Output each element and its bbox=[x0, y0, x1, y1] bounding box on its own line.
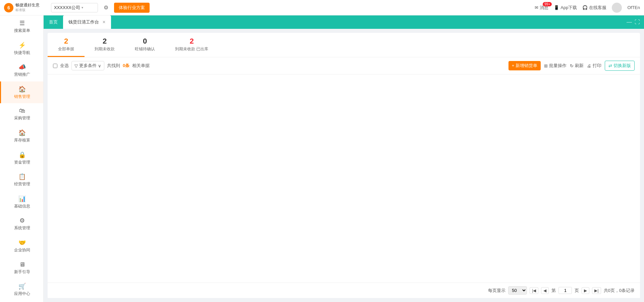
sidebar-item-quick-nav[interactable]: ⚡ 快捷导航 bbox=[0, 38, 43, 60]
per-page-select[interactable]: 50 10 20 100 bbox=[508, 286, 527, 295]
select-all-checkbox[interactable] bbox=[53, 64, 57, 68]
stat-num-all: 2 bbox=[64, 37, 68, 46]
avatar[interactable] bbox=[612, 3, 622, 13]
first-page-button[interactable]: |◀ bbox=[530, 287, 538, 294]
tab-home[interactable]: 首页 bbox=[44, 15, 63, 29]
refresh-button[interactable]: ↻ 刷新 bbox=[570, 63, 584, 69]
stats-tabs: 2 全部单据 2 到期未收款 0 旺铺待确认 2 到期未收款 已出库 bbox=[48, 33, 640, 57]
stat-tab-all[interactable]: 2 全部单据 bbox=[48, 33, 85, 57]
apps-icon: 🛒 bbox=[18, 283, 26, 290]
sidebar-item-apps[interactable]: 🛒 应用中心 bbox=[0, 279, 43, 301]
sidebar-label-basic-info: 基础信息 bbox=[14, 204, 30, 209]
minimize-icon[interactable]: — bbox=[627, 19, 632, 25]
service-icon: 🎧 bbox=[582, 5, 588, 10]
sidebar-label-inventory: 库存核算 bbox=[14, 138, 30, 143]
stat-tab-overdue[interactable]: 2 到期未收款 bbox=[85, 33, 125, 57]
select-all-label: 全选 bbox=[60, 63, 69, 69]
page-number-input[interactable] bbox=[558, 287, 572, 294]
sidebar-label-search: 搜索菜单 bbox=[14, 28, 30, 34]
content-area: 首页 钱货日清工作台 ✕ — ⛶ 2 全部单据 2 到期 bbox=[44, 15, 644, 302]
toolbar-left: 全选 ▽ 更多条件 ∨ 共找到 0条 相关单据 bbox=[53, 61, 506, 70]
page-content: 2 全部单据 2 到期未收款 0 旺铺待确认 2 到期未收款 已出库 bbox=[44, 29, 644, 302]
prev-page-button[interactable]: ◀ bbox=[541, 287, 549, 294]
chevron-down-icon: ▾ bbox=[82, 6, 83, 9]
sidebar-item-inventory[interactable]: 🏠 库存核算 bbox=[0, 125, 43, 147]
stat-tab-pending[interactable]: 0 旺铺待确认 bbox=[125, 33, 165, 57]
company-selector[interactable]: XXXXXX公司 ▾ bbox=[51, 3, 98, 12]
online-service-button[interactable]: 🎧 在线客服 bbox=[582, 5, 606, 11]
try-industry-button[interactable]: 体验行业方案 bbox=[114, 3, 150, 13]
last-page-button[interactable]: ▶| bbox=[592, 287, 601, 294]
sidebar-item-marketing[interactable]: 📣 营销推广 bbox=[0, 59, 43, 81]
header-left: 6 畅捷通好生意 标准版 XXXXXX公司 ▾ ⚙ 体验行业方案 bbox=[4, 3, 150, 13]
sidebar-item-finance[interactable]: 🔒 资金管理 bbox=[0, 147, 43, 169]
maximize-icon[interactable]: ⛶ bbox=[635, 19, 640, 25]
online-service-label: 在线客服 bbox=[589, 5, 606, 11]
add-sale-order-button[interactable]: + 新增销货单 bbox=[508, 61, 541, 70]
logo-text-area: 畅捷通好生意 标准版 bbox=[15, 3, 40, 13]
switch-version-button[interactable]: ⇄ 切换新版 bbox=[605, 61, 635, 71]
tab-bar: 首页 钱货日清工作台 ✕ — ⛶ bbox=[44, 15, 644, 29]
purchase-icon: 🛍 bbox=[19, 107, 25, 114]
batch-icon: ⊞ bbox=[544, 63, 548, 68]
sidebar-label-purchase: 采购管理 bbox=[14, 116, 30, 121]
sidebar-label-apps: 应用中心 bbox=[14, 291, 30, 297]
filter-icon: ▽ bbox=[74, 63, 78, 68]
more-filter-button[interactable]: ▽ 更多条件 ∨ bbox=[71, 61, 104, 70]
switch-label: 切换新版 bbox=[613, 63, 631, 69]
sidebar-item-cooperation[interactable]: 🤝 企业协同 bbox=[0, 235, 43, 257]
print-label: 打印 bbox=[593, 63, 601, 69]
sidebar-item-basic-info[interactable]: 📊 基础信息 bbox=[0, 191, 43, 213]
search-menu-icon: ☰ bbox=[19, 19, 25, 27]
logo-icon: 6 bbox=[4, 3, 13, 12]
operation-icon: 📋 bbox=[18, 173, 26, 180]
page-suffix: 页 bbox=[575, 288, 579, 294]
tab-work-station[interactable]: 钱货日清工作台 ✕ bbox=[63, 15, 111, 29]
cooperation-icon: 🤝 bbox=[18, 239, 26, 246]
main-layout: ☰ 搜索菜单 ⚡ 快捷导航 📣 营销推广 🏠 销售管理 🛍 采购管理 🏠 库存核… bbox=[0, 15, 644, 302]
message-button[interactable]: ✉ 消息 99+ bbox=[535, 5, 548, 11]
message-badge: 99+ bbox=[543, 2, 552, 6]
sidebar-label-system: 系统管理 bbox=[14, 226, 30, 231]
sidebar-item-operation[interactable]: 📋 经营管理 bbox=[0, 169, 43, 191]
logo-text: 畅捷通好生意 bbox=[15, 3, 40, 8]
stat-num-overdue: 2 bbox=[103, 37, 107, 46]
toolbar-right: + 新增销货单 ⊞ 批量操作 ↻ 刷新 🖨 打印 ⇄ bbox=[508, 61, 635, 71]
app-download-button[interactable]: 📱 App下载 bbox=[554, 5, 577, 11]
tab-close-icon[interactable]: ✕ bbox=[102, 20, 106, 24]
toolbar: 全选 ▽ 更多条件 ∨ 共找到 0条 相关单据 + 新增销货单 ⊞ 批量操作 bbox=[48, 57, 640, 74]
chevron-filter-icon: ∨ bbox=[98, 63, 101, 68]
filter-label: 更多条件 bbox=[79, 63, 97, 69]
settings-button[interactable]: ⚙ bbox=[101, 3, 111, 12]
sidebar-item-guide[interactable]: 🖥 新手引导 bbox=[0, 257, 43, 279]
sidebar-label-finance: 资金管理 bbox=[14, 160, 30, 165]
switch-icon: ⇄ bbox=[608, 63, 612, 68]
logo-area: 6 畅捷通好生意 标准版 bbox=[4, 3, 48, 13]
sales-icon: 🏠 bbox=[18, 85, 26, 93]
marketing-icon: 📣 bbox=[18, 63, 26, 71]
stat-tab-overdue-shipped[interactable]: 2 到期未收款 已出库 bbox=[165, 33, 218, 57]
inventory-icon: 🏠 bbox=[18, 129, 26, 136]
sidebar-item-sales[interactable]: 🏠 销售管理 bbox=[0, 81, 43, 104]
batch-operation-button[interactable]: ⊞ 批量操作 bbox=[544, 63, 567, 69]
sidebar-item-wechat[interactable]: 💬 企业微信 bbox=[0, 301, 43, 302]
logo-badge: 标准版 bbox=[15, 8, 40, 12]
sidebar-item-purchase[interactable]: 🛍 采购管理 bbox=[0, 103, 43, 125]
window-controls: — ⛶ bbox=[623, 19, 644, 25]
sidebar-item-search[interactable]: ☰ 搜索菜单 bbox=[0, 15, 43, 38]
next-page-button[interactable]: ▶ bbox=[582, 287, 589, 294]
stat-num-pending: 0 bbox=[143, 37, 147, 46]
company-name: XXXXXX公司 bbox=[54, 5, 80, 11]
message-icon: ✉ bbox=[535, 5, 538, 10]
stat-label-overdue: 到期未收款 bbox=[95, 46, 115, 52]
tab-work-station-label: 钱货日清工作台 bbox=[68, 19, 99, 25]
header-right: ✉ 消息 99+ 📱 App下载 🎧 在线客服 OfTEn bbox=[535, 3, 640, 13]
refresh-label: 刷新 bbox=[575, 63, 584, 69]
sidebar-label-sales: 销售管理 bbox=[14, 94, 30, 100]
sidebar-label-operation: 经营管理 bbox=[14, 182, 30, 187]
sidebar: ☰ 搜索菜单 ⚡ 快捷导航 📣 营销推广 🏠 销售管理 🛍 采购管理 🏠 库存核… bbox=[0, 15, 44, 302]
sidebar-item-system[interactable]: ⚙ 系统管理 bbox=[0, 213, 43, 235]
refresh-icon: ↻ bbox=[570, 63, 574, 68]
print-button[interactable]: 🖨 打印 bbox=[587, 63, 601, 69]
found-prefix: 共找到 bbox=[107, 63, 120, 69]
